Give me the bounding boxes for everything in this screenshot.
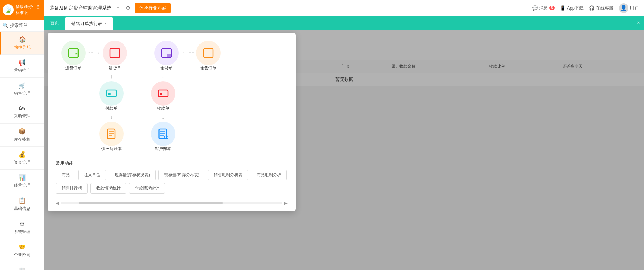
svg-point-34 <box>166 136 167 137</box>
sidebar-item-guide[interactable]: 📖 新手引导 <box>0 262 44 270</box>
tab-close-icon[interactable]: × <box>104 21 107 26</box>
sidebar-item-marketing[interactable]: 📢 营销推广 <box>0 55 44 78</box>
svg-rect-17 <box>107 90 116 97</box>
svg-rect-22 <box>160 93 162 95</box>
flow-node-payment[interactable] <box>99 81 124 106</box>
scrollbar-track[interactable] <box>61 202 282 204</box>
flow-label-supplier-ledger: 供应商账本 <box>101 146 122 152</box>
settings-icon[interactable]: ⚙ <box>126 5 130 11</box>
flow-node-sales-bill[interactable] <box>154 41 179 65</box>
arrow-2: ← - - <box>179 49 196 56</box>
common-btns: 商品 往来单位 现存量(库存状况表) 现存量(库存分布表) 销售毛利分析表 商品… <box>56 170 288 180</box>
app-download-btn[interactable]: 📱 App下载 <box>560 5 584 11</box>
sidebar-item-sys-mgmt[interactable]: ⚙ 系统管理 <box>0 216 44 239</box>
flow-node-sales-order[interactable] <box>196 41 221 65</box>
common-btn-1[interactable]: 往来单位 <box>78 170 106 180</box>
scroll-left-arrow[interactable]: ◀ <box>56 200 59 206</box>
scroll-arrows: ◀ ▶ <box>56 199 288 207</box>
flow-label-sales-order: 销售订单 <box>200 65 216 71</box>
svg-rect-27 <box>107 129 108 139</box>
content-area: ❓ 帮助 🖨 按模板打印 ▼ ↗ 导出 🔄 刷新 <box>44 30 644 270</box>
sidebar-logo: 🍃 畅康通好生意 标准版 <box>0 0 44 20</box>
modal-overlay: 进货订单 - - → 进货单 <box>44 30 644 270</box>
modal-box: 进货订单 - - → 进货单 <box>48 33 296 211</box>
tab-home[interactable]: 首页 <box>44 16 65 30</box>
svg-rect-20 <box>158 90 168 97</box>
sidebar-item-quick-nav[interactable]: 🏠 快捷导航 <box>0 32 44 55</box>
message-btn[interactable]: 💬 消息 5 <box>532 5 555 11</box>
megaphone-icon: 📢 <box>18 59 26 66</box>
tab-sales-order-exec[interactable]: 销售订单执行表 × <box>65 17 113 31</box>
common-btn-6[interactable]: 销售排行榜 <box>56 183 88 194</box>
common-btn-5[interactable]: 商品毛利分析 <box>251 170 287 180</box>
v2-spacer3 <box>124 114 151 120</box>
sidebar-item-operations[interactable]: 📊 经营管理 <box>0 170 44 193</box>
flow-col-payment: 付款单 <box>99 81 124 111</box>
money-icon: 💰 <box>18 151 26 158</box>
sidebar-item-label: 企业协同 <box>14 252 30 258</box>
chart-icon: 📊 <box>18 174 26 181</box>
tab-sales-label: 销售订单执行表 <box>71 21 102 27</box>
common-btn-7[interactable]: 收款情况统计 <box>90 183 126 194</box>
user-menu[interactable]: 👤 用户 <box>619 3 639 13</box>
common-btn-4[interactable]: 销售毛利分析表 <box>208 170 248 180</box>
v2-spacer1 <box>61 114 86 120</box>
sidebar-item-label: 快捷导航 <box>14 44 31 50</box>
logo-icon: 🍃 <box>3 4 14 15</box>
handshake-icon: 🤝 <box>18 243 26 251</box>
sidebar-item-label: 库存核算 <box>14 137 30 142</box>
sidebar-search[interactable]: 🔍 搜索菜单 <box>0 20 44 32</box>
sidebar-item-purchase[interactable]: 🛍 采购管理 <box>0 101 44 124</box>
flow-node-customer-ledger[interactable] <box>151 122 175 146</box>
scrollbar-thumb <box>79 202 223 204</box>
shopping-icon: 🛍 <box>19 105 25 112</box>
svg-rect-28 <box>159 129 167 139</box>
flow-col-purchase-bill: 进货单 <box>103 41 127 71</box>
v-spacer-2 <box>86 74 99 80</box>
message-label: 消息 <box>539 5 548 11</box>
flow-area: 进货订单 - - → 进货单 <box>48 33 296 156</box>
scroll-right-arrow[interactable]: ▶ <box>284 200 288 206</box>
flow-node-receipt[interactable] <box>151 81 175 106</box>
flow-node-purchase-order[interactable] <box>61 41 86 65</box>
flow-col-sales-bill: 销货单 <box>154 41 179 71</box>
sidebar-item-sales[interactable]: 🛒 销售管理 <box>0 78 44 101</box>
flow-label-receipt: 收款单 <box>157 106 169 111</box>
sidebar-item-finance[interactable]: 💰 资金管理 <box>0 147 44 170</box>
sidebar-item-label: 采购管理 <box>14 113 30 119</box>
modal-scrollbar-area: ◀ ▶ <box>48 199 296 211</box>
common-btn-0[interactable]: 商品 <box>56 170 75 180</box>
v2-arrow-receipt: ↓ <box>151 114 175 120</box>
gear-icon: ⚙ <box>19 220 25 228</box>
common-btn-8[interactable]: 付款情况统计 <box>129 183 165 194</box>
flow-col-receipt: 收款单 <box>151 81 175 111</box>
flow-node-supplier-ledger[interactable] <box>99 122 124 146</box>
system-dropdown[interactable] <box>116 6 120 11</box>
message-badge: 5 <box>549 6 555 10</box>
online-service-btn[interactable]: 🎧 在线客服 <box>589 5 613 11</box>
flow-node-purchase-bill[interactable] <box>103 41 127 65</box>
user-name: 用户 <box>630 5 639 11</box>
trial-btn[interactable]: 体验行业方案 <box>135 3 171 13</box>
topbar: 装备及固定资产辅助管理系统 ⚙ 体验行业方案 💬 消息 5 📱 App下载 🎧 <box>44 0 644 16</box>
sidebar-item-label: 基础信息 <box>14 206 30 212</box>
home-icon: 🏠 <box>19 36 26 43</box>
flow-col-purchase-order: 进货订单 <box>61 41 86 71</box>
svg-rect-12 <box>167 54 171 57</box>
sidebar-item-enterprise[interactable]: 🤝 企业协同 <box>0 239 44 262</box>
common-btn-2[interactable]: 现存量(库存状况表) <box>109 170 156 180</box>
svg-rect-23 <box>107 129 115 139</box>
flow-col-customer-ledger: 客户账本 <box>151 122 175 152</box>
cart-icon: 🛒 <box>18 82 26 89</box>
flow-label-customer-ledger: 客户账本 <box>155 146 171 152</box>
sidebar-item-inventory[interactable]: 📦 库存核算 <box>0 124 44 147</box>
common-btn-3[interactable]: 现存量(库存分布表) <box>158 170 205 180</box>
svg-rect-19 <box>108 93 111 95</box>
tab-close-all[interactable]: × <box>637 20 640 26</box>
sidebar-item-basic-info[interactable]: 📋 基础信息 <box>0 193 44 216</box>
sidebar-item-label: 系统管理 <box>14 229 30 235</box>
message-icon: 💬 <box>532 5 538 11</box>
main-content: 装备及固定资产辅助管理系统 ⚙ 体验行业方案 💬 消息 5 📱 App下载 🎧 <box>44 0 644 270</box>
topbar-right: 💬 消息 5 📱 App下载 🎧 在线客服 👤 用户 <box>532 3 639 13</box>
sidebar-item-label: 销售管理 <box>14 91 30 96</box>
